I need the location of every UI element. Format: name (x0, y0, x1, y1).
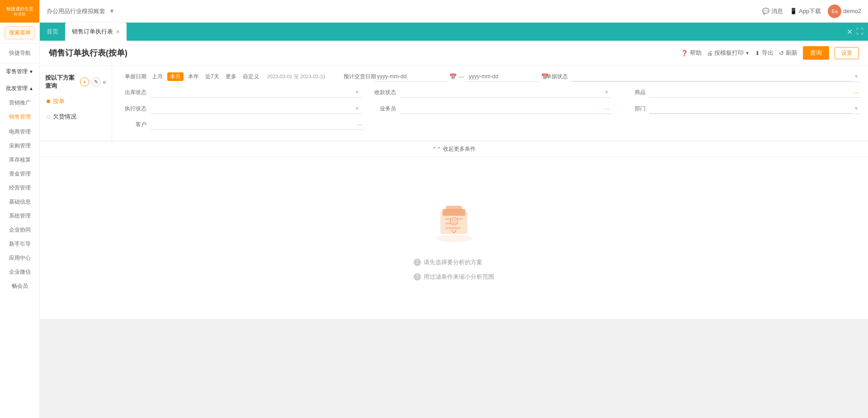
payment-status-dropdown-icon: ▼ (602, 89, 611, 95)
app-download-button[interactable]: 📱 App下载 (790, 7, 821, 15)
user-profile[interactable]: Ea demo2 (828, 5, 861, 18)
scheme-owe-goods-label: 欠货情况 (53, 113, 76, 121)
last-month-btn[interactable]: 上月 (150, 72, 165, 81)
expected-date-end[interactable] (466, 71, 539, 82)
empty-tip-1: 请先选择要分析的方案 (424, 256, 482, 268)
search-menu-button[interactable]: 搜索菜单 (5, 26, 35, 39)
salesperson-input[interactable] (400, 104, 602, 114)
message-label: 消息 (771, 7, 783, 15)
operations-item[interactable]: 经营管理 (0, 181, 39, 195)
basic-info-item[interactable]: 基础信息 (0, 195, 39, 209)
product-input[interactable] (649, 87, 852, 97)
dept-select[interactable] (649, 103, 852, 114)
topbar-left: 办公用品行业模拟账套 ▼ (47, 7, 115, 15)
last-7days-btn[interactable]: 近7天 (203, 72, 221, 81)
query-button[interactable]: 查询 (803, 46, 829, 60)
enterprise-collab-item[interactable]: 企业协同 (0, 223, 39, 237)
member-item[interactable]: 畅会员 (0, 279, 39, 293)
purchase-item[interactable]: 采购管理 (0, 139, 39, 153)
calendar-start-icon[interactable]: 📅 (449, 73, 457, 80)
salesperson-label: 业务员 (369, 105, 396, 113)
edit-scheme-button[interactable]: ✎ (91, 77, 100, 86)
customer-label: 客户 (119, 121, 146, 128)
refresh-button[interactable]: ↺ 刷新 (779, 49, 797, 57)
ship-status-label: 出库状态 (119, 89, 146, 96)
filter-row-3: 执行状态 ▼ 业务员 ··· (119, 103, 861, 114)
refresh-icon: ↺ (779, 50, 784, 57)
tab-minimize-icon[interactable]: ✕ (847, 28, 853, 36)
page-header-actions: ❓ 帮助 🖨 按模板打印 ▼ ⬇ 导出 ↺ 刷新 (681, 46, 859, 60)
expected-date-start[interactable] (374, 71, 448, 82)
customer-input[interactable] (150, 119, 355, 129)
product-more-icon[interactable]: ··· (852, 89, 861, 96)
finance-item[interactable]: 资金管理 (0, 167, 39, 181)
date-separator: — (458, 73, 464, 80)
new-user-guide-item[interactable]: 新手引导 (0, 237, 39, 251)
expected-date-field: 预计交货日期 📅 — 📅 (344, 71, 533, 82)
print-button[interactable]: 🖨 按模板打印 ▼ (707, 49, 750, 57)
system-item[interactable]: 系统管理 (0, 209, 39, 223)
expected-date-label: 预计交货日期 (344, 73, 371, 81)
page-header: 销售订单执行表(按单) ❓ 帮助 🖨 按模板打印 ▼ ⬇ 导出 (40, 41, 868, 66)
export-button[interactable]: ⬇ 导出 (755, 49, 774, 57)
svg-point-8 (452, 220, 453, 221)
customer-more-icon[interactable]: ··· (355, 121, 364, 128)
scheme-by-order[interactable]: 按单 (40, 94, 112, 109)
inventory-item[interactable]: 库存核算 (0, 153, 39, 167)
payment-status-label: 收款状态 (369, 89, 396, 96)
collapse-bar-label: 收起更多条件 (443, 145, 476, 153)
svg-point-9 (455, 220, 456, 221)
filter-header-text: 按以下方案查询 (45, 74, 77, 90)
message-button[interactable]: 💬 消息 (762, 7, 783, 15)
filter-sidebar-actions: + ✎ « (80, 77, 106, 86)
content-area: 销售订单执行表(按单) ❓ 帮助 🖨 按模板打印 ▼ ⬇ 导出 (40, 41, 868, 418)
sales-management-item[interactable]: 销售管理 (0, 110, 39, 124)
customer-input-wrapper: ··· (150, 119, 364, 130)
exec-status-dropdown-icon: ▼ (353, 105, 362, 112)
add-scheme-button[interactable]: + (80, 77, 89, 86)
marketing-item[interactable]: 营销推广 (0, 96, 39, 110)
more-date-btn[interactable]: 更多 (224, 72, 238, 81)
order-status-label: 单据状态 (541, 73, 568, 81)
collapse-bar[interactable]: ⌃⌃ 收起更多条件 (40, 141, 868, 157)
quick-nav-item[interactable]: 快捷导航 (0, 46, 39, 61)
app-center-item[interactable]: 应用中心 (0, 251, 39, 265)
order-status-dropdown-icon: ▼ (852, 73, 861, 80)
ship-status-select[interactable] (150, 87, 353, 97)
this-month-btn[interactable]: 本月 (167, 72, 184, 81)
date-range-text: 2023-03-01 至 2023-03-31 (267, 73, 326, 80)
print-label: 按模板打印 (714, 49, 744, 57)
order-status-select-wrapper: ▼ (571, 71, 861, 82)
active-dot-icon (47, 100, 50, 103)
tab-expand-icon[interactable]: ⛶ (856, 28, 863, 36)
enterprise-wechat-item[interactable]: 企业微信 (0, 265, 39, 279)
retail-menu-item[interactable]: 零售管理 ▼ (0, 64, 39, 79)
tab-close-icon[interactable]: ✕ (116, 29, 120, 35)
collapse-sidebar-button[interactable]: « (103, 78, 106, 86)
topbar-title: 办公用品行业模拟账套 (47, 7, 105, 15)
wholesale-menu-item[interactable]: 批发管理 ▲ (0, 81, 39, 96)
help-button[interactable]: ❓ 帮助 (681, 49, 702, 57)
custom-date-btn[interactable]: 自定义 (241, 72, 261, 81)
salesperson-input-wrapper: ··· (400, 104, 611, 114)
page-title: 销售订单执行表(按单) (49, 48, 127, 58)
payment-status-select[interactable] (400, 87, 602, 97)
settings-button[interactable]: 设置 (835, 47, 859, 59)
tab-home[interactable]: 首页 (40, 23, 65, 41)
ecommerce-item[interactable]: 电商管理 (0, 125, 39, 139)
date-quick-buttons: 上月 本月 本年 近7天 更多 自定义 (150, 72, 261, 81)
scheme-owe-goods[interactable]: 欠货情况 (40, 109, 112, 124)
exec-status-select[interactable] (150, 104, 353, 114)
this-year-btn[interactable]: 本年 (186, 72, 201, 81)
topbar-dropdown-icon[interactable]: ▼ (109, 8, 115, 14)
salesperson-more-icon[interactable]: ··· (602, 105, 611, 112)
filter-row-1: 单据日期 上月 本月 本年 近7天 更多 自定义 2023-03-01 至 20… (119, 71, 861, 82)
order-status-select[interactable] (571, 71, 852, 81)
salesperson-field: 业务员 ··· (369, 104, 611, 114)
filter-sidebar: 按以下方案查询 + ✎ « 按单 欠货情况 (40, 66, 112, 141)
export-label: 导出 (762, 49, 774, 57)
tab-sales-order[interactable]: 销售订单执行表 ✕ (65, 23, 127, 41)
ship-status-dropdown-icon: ▼ (353, 89, 362, 95)
topbar-right: 💬 消息 📱 App下载 Ea demo2 (762, 5, 861, 18)
exec-status-field: 执行状态 ▼ (119, 104, 362, 114)
